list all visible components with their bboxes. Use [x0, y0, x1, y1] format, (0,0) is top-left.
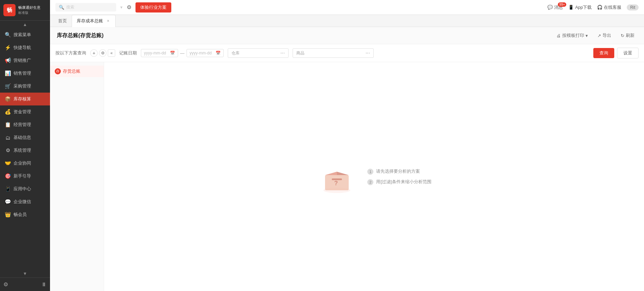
sidebar-item-system[interactable]: ⚙ 系统管理 — [0, 144, 50, 157]
sidebar-item-cooperation[interactable]: 🤝 企业协同 — [0, 157, 50, 170]
sidebar-item-sales[interactable]: 📊 销售管理 — [0, 67, 50, 80]
product-filter[interactable]: 商品 ··· — [293, 48, 374, 58]
marketing-icon: 📢 — [5, 57, 11, 64]
sidebar-item-basic-info[interactable]: 🗂 基础信息 — [0, 131, 50, 144]
support-label: 在线客服 — [604, 4, 621, 10]
sidebar-item-finance[interactable]: 💰 资金管理 — [0, 105, 50, 118]
tab-inventory-cost-label: 库存成本总账 — [77, 18, 103, 24]
empty-tips: 1 请先选择要分析的方案 2 用[过滤]条件来缩小分析范围 — [367, 168, 431, 185]
logo-icon: 畅 — [3, 4, 16, 16]
sidebar-item-label: 新手引导 — [14, 173, 31, 179]
calendar-start-icon[interactable]: 📅 — [170, 51, 175, 55]
filter-collapse-btn[interactable]: « — [108, 49, 115, 57]
sidebar-item-label: 基础信息 — [14, 135, 31, 141]
print-label: 按模板打印 — [562, 32, 584, 39]
sidebar-item-member[interactable]: 👑 畅会员 — [0, 208, 50, 221]
basic-info-icon: 🗂 — [5, 135, 11, 141]
sidebar-item-inventory[interactable]: 📦 库存核算 — [0, 93, 50, 105]
sidebar-item-quick-nav[interactable]: ⚡ 快捷导航 — [0, 41, 50, 54]
page-title: 库存总账(存货总账) — [57, 32, 104, 39]
tabbar: 首页 库存成本总账 × — [50, 15, 644, 27]
sidebar-item-purchase[interactable]: 🛒 采购管理 — [0, 80, 50, 93]
sidebar-bottom: ⚙ ⏸ — [0, 277, 50, 291]
settings-btn[interactable]: 设置 — [617, 48, 639, 58]
date-end-input[interactable]: yyyy-mm-dd 📅 — [187, 49, 224, 57]
search-icon: 🔍 — [5, 32, 11, 38]
sidebar-item-wechat[interactable]: 💬 企业微信 — [0, 195, 50, 208]
sidebar-item-label: 畅会员 — [14, 212, 27, 218]
sidebar-item-label: 库存核算 — [14, 96, 31, 102]
sidebar-item-search[interactable]: 🔍 搜索菜单 — [0, 28, 50, 41]
app-download-label: App下载 — [575, 4, 592, 10]
calendar-end-icon[interactable]: 📅 — [216, 51, 221, 55]
sidebar: 畅 畅康通好生意 标准版 ▲ 🔍 搜索菜单 ⚡ 快捷导航 📢 营销推广 📊 销售… — [0, 0, 50, 291]
topbar-gear-icon[interactable]: ⚙ — [127, 4, 131, 10]
warehouse-label: 仓库 — [231, 50, 240, 56]
scheme-panel: 存 存货总账 — [50, 62, 644, 291]
scheme-sidebar: 存 存货总账 — [50, 62, 104, 291]
date-start-input[interactable]: yyyy-mm-dd 📅 — [141, 49, 178, 57]
export-btn[interactable]: ↗ 导出 — [595, 31, 614, 40]
user-avatar[interactable]: Rit — [627, 4, 639, 10]
sidebar-item-label: 采购管理 — [14, 83, 31, 89]
logo-title: 畅康通好生意 — [18, 5, 41, 10]
message-btn[interactable]: 💬 消息 99+ — [547, 4, 563, 10]
print-btn[interactable]: 🖨 按模板打印 ▾ — [554, 31, 591, 40]
sidebar-item-marketing[interactable]: 📢 营销推广 — [0, 54, 50, 67]
sidebar-item-operation[interactable]: 📋 经营管理 — [0, 118, 50, 131]
topbar-search[interactable]: 🔍 搜索 — [55, 3, 116, 11]
industry-btn[interactable]: 体验行业方案 — [135, 2, 171, 13]
sidebar-item-label: 企业协同 — [14, 160, 31, 166]
tab-inventory-cost[interactable]: 库存成本总账 × — [72, 15, 116, 27]
date-end-placeholder: yyyy-mm-dd — [190, 51, 212, 55]
sidebar-scroll-up[interactable]: ▲ — [0, 21, 50, 28]
wechat-icon: 💬 — [5, 199, 11, 205]
scheme-item-inventory[interactable]: 存 存货总账 — [50, 66, 104, 77]
purchase-icon: 🛒 — [5, 83, 11, 89]
refresh-btn[interactable]: ↻ 刷新 — [618, 31, 637, 40]
sidebar-item-app-center[interactable]: 📱 应用中心 — [0, 183, 50, 195]
sidebar-logo: 畅 畅康通好生意 标准版 — [0, 0, 50, 21]
sidebar-item-label: 营销推广 — [14, 57, 31, 64]
phone-icon: 📱 — [568, 5, 574, 10]
tab-close-icon[interactable]: × — [106, 19, 110, 23]
main-area: 🔍 搜索 ▾ ⚙ 体验行业方案 💬 消息 99+ 📱 App下载 🎧 在线客服 … — [50, 0, 644, 291]
warehouse-filter[interactable]: 仓库 ··· — [228, 48, 289, 58]
date-range: yyyy-mm-dd 📅 — yyyy-mm-dd 📅 — [141, 49, 224, 57]
online-support-btn[interactable]: 🎧 在线客服 — [597, 4, 621, 10]
sidebar-item-label: 搜索菜单 — [14, 32, 31, 38]
app-download-btn[interactable]: 📱 App下载 — [568, 4, 592, 10]
empty-tip-1: 1 请先选择要分析的方案 — [367, 168, 431, 175]
finance-icon: 💰 — [5, 109, 11, 115]
query-btn[interactable]: 查询 — [593, 48, 614, 58]
topbar-search-icon: 🔍 — [59, 5, 64, 10]
filter-actions: + ⚙ « — [90, 49, 115, 57]
filter-settings-btn[interactable]: ⚙ — [99, 49, 106, 57]
sidebar-item-guide[interactable]: 🎯 新手引导 — [0, 170, 50, 183]
logo-badge: 标准版 — [18, 10, 41, 15]
message-icon: 💬 — [547, 5, 553, 10]
date-separator: — — [180, 51, 184, 56]
svg-text:?: ? — [334, 180, 338, 187]
print-icon: 🖨 — [556, 33, 561, 38]
data-area: ? 1 请先选择要分析的方案 2 用[过滤]条件来缩小分析范围 — [104, 62, 644, 291]
print-dropdown-icon: ▾ — [586, 33, 588, 38]
logo-text: 畅康通好生意 标准版 — [18, 5, 41, 15]
export-label: 导出 — [602, 32, 611, 39]
topbar-actions: 💬 消息 99+ 📱 App下载 🎧 在线客服 Rit — [547, 4, 639, 10]
filter-add-btn[interactable]: + — [90, 49, 98, 57]
settings-bottom-icon[interactable]: ⚙ — [3, 281, 8, 288]
sidebar-scroll-down[interactable]: ▼ — [0, 270, 50, 277]
filter-btn-group: 查询 设置 — [593, 48, 639, 58]
tab-home[interactable]: 首页 — [53, 15, 72, 27]
empty-tip-2: 2 用[过滤]条件来缩小分析范围 — [367, 179, 431, 185]
support-icon: 🎧 — [597, 5, 602, 10]
product-label: 商品 — [296, 50, 304, 56]
system-icon: ⚙ — [5, 147, 11, 153]
topbar-search-placeholder: 搜索 — [66, 4, 74, 10]
date-label: 记账日期 — [119, 50, 137, 56]
collapse-icon[interactable]: ⏸ — [41, 282, 47, 288]
quick-nav-icon: ⚡ — [5, 45, 11, 51]
cooperation-icon: 🤝 — [5, 160, 11, 166]
operation-icon: 📋 — [5, 122, 11, 128]
